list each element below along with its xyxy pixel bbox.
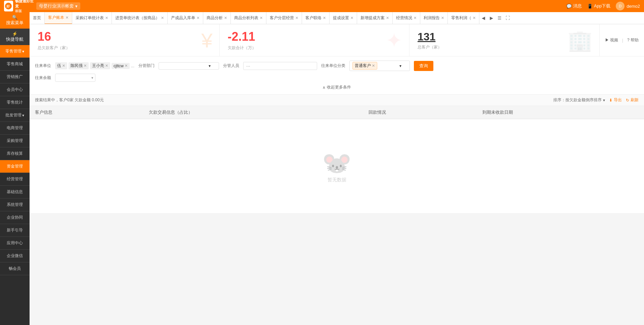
sidebar-app-center-label: 应用中心 (7, 241, 23, 245)
unit-tag-wu-remove[interactable]: ✕ (62, 64, 65, 68)
tab-inventory-stats-close[interactable]: ✕ (161, 16, 164, 20)
sort-btn[interactable]: 排序：按欠款金额倒序排序 ▾ (553, 97, 605, 103)
tab-purchase-order[interactable]: 采购订单统计表 ✕ (72, 12, 112, 24)
tab-retail-profit-close[interactable]: ✕ (473, 16, 476, 20)
sidebar-item-system[interactable]: 系统管理 (0, 198, 30, 211)
sidebar-item-purchase[interactable]: 采购管理 (0, 135, 30, 147)
tab-operation-close[interactable]: ✕ (414, 16, 417, 20)
tab-product-in[interactable]: 产成品入库单 ✕ (168, 12, 203, 24)
unit-tag-wang-remove[interactable]: ✕ (105, 64, 108, 68)
sidebar-item-app-center[interactable]: 应用中心 (0, 237, 30, 250)
stat-amount-value: -2.11 (228, 30, 256, 44)
sidebar-item-wholesale[interactable]: 批发管理 ▾ (0, 109, 30, 122)
export-btn[interactable]: ⬇ 导出 (609, 97, 622, 103)
tab-customer-tier[interactable]: 客户分层经营 ✕ (266, 12, 302, 24)
unit-tag-chen-label: 陈民强 (71, 63, 83, 69)
unit-tag-wu: 伍 ✕ (55, 62, 67, 69)
sidebar-member-label: 会员中心 (7, 87, 23, 92)
tab-improve-settings-close[interactable]: ✕ (350, 16, 353, 20)
sidebar: 🔍 搜索菜单 ⚡ 快捷导航 零售管理 ▾ 零售商城 营销推广 会员中心 零售统计… (0, 12, 30, 325)
sidebar-item-operations[interactable]: 经营管理 (0, 173, 30, 186)
tab-prev-btn[interactable]: ◀ (479, 12, 487, 24)
sidebar-operations-label: 经营管理 (7, 177, 23, 181)
tab-product-in-label: 产成品入库单 (171, 15, 195, 21)
tab-retail-profit[interactable]: 零售利润（ ✕ (448, 12, 479, 24)
tab-add-improve[interactable]: 新增提成方案 ✕ (357, 12, 393, 24)
tab-goods-list-close[interactable]: ✕ (260, 16, 263, 20)
query-button[interactable]: 查询 (414, 61, 433, 71)
sidebar-item-enterprise-wechat[interactable]: 企业微信 (0, 250, 30, 262)
unit-tag-wang: 王小亮 ✕ (90, 62, 110, 69)
export-label: 导出 (614, 97, 622, 103)
sidebar-item-enterprise[interactable]: 企业协同 (0, 211, 30, 224)
collapse-btn[interactable]: ∧ 收起更多条件 (35, 84, 639, 90)
unit-tag-chen: 陈民强 ✕ (69, 62, 89, 69)
tab-menu-btn[interactable]: ☰ (496, 12, 504, 24)
message-btn[interactable]: 💬 消息 (566, 3, 582, 9)
unit-tag-cj-label: cjttcw (114, 64, 124, 68)
tab-accounts[interactable]: 客户账本 ✕ (45, 12, 72, 24)
sidebar-nav-label: 快捷导航 (1, 36, 28, 42)
video-btn[interactable]: ▶ 视频 (605, 37, 618, 43)
tab-goods-list[interactable]: 商品分析列表 ✕ (231, 12, 266, 24)
unit-tag-cj-remove[interactable]: ✕ (125, 64, 128, 68)
sidebar-item-ecommerce[interactable]: 电商管理 (0, 122, 30, 135)
tab-operation[interactable]: 经营情况 ✕ (393, 12, 420, 24)
app-download-btn[interactable]: 📱 App下载 (587, 3, 610, 9)
tab-fullscreen-btn[interactable]: ⛶ (504, 12, 512, 24)
tab-customer-tier-label: 客户分层经营 (270, 15, 294, 21)
sidebar-inventory-label: 库存核算 (7, 151, 23, 156)
sidebar-item-marketing[interactable]: 营销推广 (0, 71, 30, 83)
tab-goods-analysis[interactable]: 商品分析 ✕ (203, 12, 231, 24)
col-customer-info: 客户信息 (30, 106, 143, 119)
tab-profit-report[interactable]: 利润报告 ✕ (420, 12, 448, 24)
sidebar-item-new-guide[interactable]: 新手引导 (0, 224, 30, 237)
unit-tag-more[interactable]: ... (131, 64, 134, 68)
sidebar-item-finance[interactable]: 资金管理 (0, 160, 30, 173)
refresh-icon: ↻ (626, 98, 629, 103)
tab-accounts-close[interactable]: ✕ (66, 15, 69, 20)
sidebar-item-vip[interactable]: 畅会员 (0, 262, 30, 275)
tab-customer-contact[interactable]: 客户联络 ✕ (302, 12, 330, 24)
tab-add-improve-close[interactable]: ✕ (386, 16, 389, 20)
category-selector[interactable]: 普通客户 ✕ ▾ (349, 61, 410, 71)
sidebar-system-label: 系统管理 (7, 202, 23, 207)
message-icon: 💬 (566, 4, 572, 9)
sidebar-item-retail[interactable]: 零售管理 ▾ (0, 45, 30, 58)
tab-next-btn[interactable]: ▶ (487, 12, 496, 24)
tab-customer-tier-close[interactable]: ✕ (295, 16, 298, 20)
balance-selector[interactable] (55, 74, 95, 82)
tab-customer-contact-close[interactable]: ✕ (323, 16, 326, 20)
svg-text:好: 好 (6, 4, 10, 8)
tab-product-in-close[interactable]: ✕ (197, 16, 200, 20)
stat-amount-label: 欠款合计（万） (228, 45, 256, 51)
tab-improve-settings[interactable]: 提成设置 ✕ (330, 12, 357, 24)
company-name: 母婴行业演示帐套 (39, 3, 74, 9)
person-selector[interactable]: ··· (243, 62, 317, 70)
sidebar-quick-nav[interactable]: ⚡ 快捷导航 (0, 29, 30, 45)
sidebar-item-member[interactable]: 会员中心 (0, 83, 30, 96)
person-ellipsis[interactable]: ··· (246, 63, 250, 69)
dept-selector[interactable]: ▾ (159, 62, 219, 70)
sidebar-search[interactable]: 🔍 搜索菜单 (0, 12, 30, 29)
unit-tag-chen-remove[interactable]: ✕ (84, 64, 87, 68)
tab-goods-analysis-label: 商品分析 (207, 15, 223, 21)
tab-inventory-stats[interactable]: 进货单统计表（按商品） ✕ (112, 12, 168, 24)
customers-bg-icon: ¥ (201, 29, 212, 52)
help-btn[interactable]: ? 帮助 (627, 37, 639, 43)
sidebar-item-retail-stats[interactable]: 零售统计 (0, 96, 30, 109)
sidebar-item-basic-info[interactable]: 基础信息 (0, 186, 30, 198)
sidebar-finance-label: 资金管理 (7, 164, 23, 169)
refresh-btn[interactable]: ↻ 刷新 (626, 97, 639, 103)
sidebar-item-inventory[interactable]: 库存核算 (0, 147, 30, 160)
refresh-label: 刷新 (631, 97, 639, 103)
sidebar-item-retail-mall[interactable]: 零售商城 (0, 58, 30, 71)
tab-home[interactable]: 首页 (30, 12, 45, 24)
tab-goods-analysis-close[interactable]: ✕ (224, 16, 227, 20)
user-menu[interactable]: D demo2 (616, 2, 640, 10)
category-tag-remove[interactable]: ✕ (372, 64, 375, 68)
company-selector[interactable]: 母婴行业演示帐套 ▾ (36, 2, 80, 10)
balance-selector-wrapper (55, 74, 95, 82)
tab-profit-report-close[interactable]: ✕ (441, 16, 444, 20)
tab-purchase-order-close[interactable]: ✕ (105, 16, 108, 20)
